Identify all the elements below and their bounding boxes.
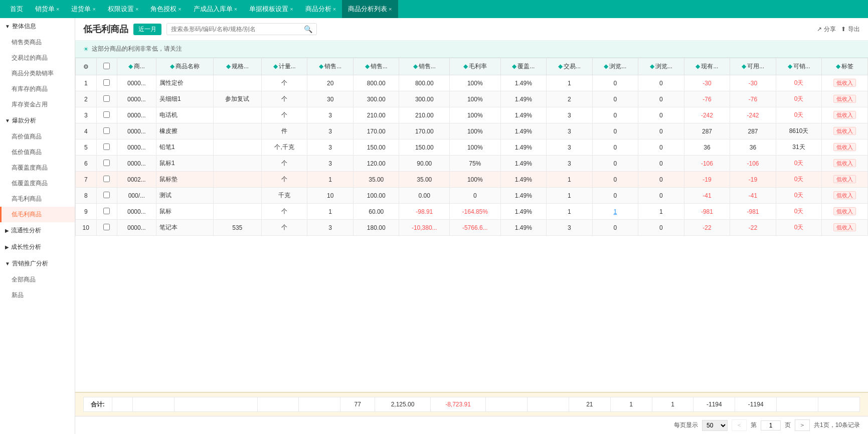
nav-item-商品分析列表[interactable]: 商品分析列表 × [342,0,398,18]
next-page-button[interactable]: ＞ [795,419,810,431]
cell-checkbox[interactable] [96,204,117,220]
row-checkbox[interactable] [103,160,110,166]
chevron-icon: ▼ [5,261,10,266]
cell-checkbox[interactable] [96,107,117,123]
search-input[interactable] [171,26,304,33]
export-button[interactable]: ⬆ 导出 [841,25,860,34]
col-header-transaction[interactable]: ◆交易... [547,58,593,75]
cell-sales_qty: 3 [307,123,354,139]
sort-arrow: ◆ [836,63,840,70]
sidebar-section-营销推广分析[interactable]: ▼营销推广分析 [0,255,75,272]
col-header-sales_price[interactable]: ◆销售... [353,58,399,75]
nav-close-icon[interactable]: × [290,6,293,12]
search-icon[interactable]: 🔍 [304,25,312,33]
nav-item-产成品入库单[interactable]: 产成品入库单 × [188,0,243,18]
sidebar-section-流通性分析[interactable]: ▶流通性分析 [0,222,75,239]
sidebar-item-全部商品[interactable]: 全部商品 [0,272,75,287]
nav-close-icon[interactable]: × [389,6,392,12]
row-checkbox[interactable] [103,127,110,134]
nav-close-icon[interactable]: × [92,6,95,12]
sidebar-item-高毛利商品[interactable]: 高毛利商品 [0,191,75,207]
sidebar-item-有库存的商品[interactable]: 有库存的商品 [0,81,75,97]
footer-empty-name [174,397,257,412]
nav-item-进货单[interactable]: 进货单 × [65,0,101,18]
col-header-tag[interactable]: ◆标签 [822,58,868,75]
nav-close-icon[interactable]: × [56,6,59,12]
cell-coverage: 1.49% [500,91,547,107]
sidebar-item-高价值商品[interactable]: 高价值商品 [0,129,75,144]
cell-checkbox[interactable] [96,139,117,156]
sidebar-section-成长性分析[interactable]: ▶成长性分析 [0,239,75,255]
select-all-checkbox[interactable] [103,63,110,69]
col-header-browse1[interactable]: ◆浏览... [592,58,638,75]
sidebar: ▼整体信息销售类商品交易过的商品商品分类助销率有库存的商品库存资金占用▼爆款分析… [0,18,75,434]
row-checkbox[interactable] [103,192,110,198]
nav-close-icon[interactable]: × [234,6,237,12]
footer-browse2: 1 [652,397,693,412]
tag-badge: 低收入 [833,191,856,199]
sidebar-section-爆款分析[interactable]: ▼爆款分析 [0,112,75,129]
nav-item-权限设置[interactable]: 权限设置 × [102,0,144,18]
row-checkbox[interactable] [103,111,110,118]
sidebar-item-低覆盖度商品[interactable]: 低覆盖度商品 [0,176,75,191]
sidebar-item-销售类商品[interactable]: 销售类商品 [0,35,75,50]
sidebar-item-低价值商品[interactable]: 低价值商品 [0,144,75,160]
sidebar-item-新品[interactable]: 新品 [0,287,75,303]
date-filter-button[interactable]: 近一月 [133,24,161,35]
cell-checkbox[interactable] [96,123,117,139]
footer-empty-unit [299,397,340,412]
sidebar-section-整体信息[interactable]: ▼整体信息 [0,18,75,35]
col-header-code[interactable]: ◆商... [117,58,156,75]
cell-checkbox[interactable] [96,75,117,91]
tag-badge: 低收入 [833,175,856,183]
cell-checkbox[interactable] [96,91,117,107]
nav-item-角色授权[interactable]: 角色授权 × [144,0,187,18]
col-header-sales_amount[interactable]: ◆销售... [399,58,450,75]
row-checkbox[interactable] [103,208,110,214]
cell-checkbox[interactable] [96,188,117,204]
col-header-coverage[interactable]: ◆覆盖... [500,58,547,75]
nav-close-icon[interactable]: × [178,6,181,12]
page-label: 第 [751,421,757,429]
sidebar-item-交易过的商品[interactable]: 交易过的商品 [0,50,75,66]
col-header-checkbox[interactable] [96,58,117,75]
col-header-name[interactable]: ◆商品名称 [156,58,214,75]
nav-item-商品分析[interactable]: 商品分析 × [299,0,342,18]
sidebar-item-低毛利商品[interactable]: 低毛利商品 [0,207,75,222]
cell-checkbox[interactable] [96,220,117,236]
sidebar-item-库存资金占用[interactable]: 库存资金占用 [0,97,75,112]
col-header-setting[interactable]: ⚙ [76,58,97,75]
sidebar-item-高覆盖度商品[interactable]: 高覆盖度商品 [0,160,75,176]
col-header-saleable[interactable]: ◆可销... [776,58,822,75]
col-header-browse2[interactable]: ◆浏览... [638,58,684,75]
col-header-spec[interactable]: ◆规格... [213,58,261,75]
prev-page-button[interactable]: ＜ [732,419,747,431]
share-button[interactable]: ↗ 分享 [817,25,836,34]
settings-icon[interactable]: ⚙ [83,63,89,70]
col-header-available[interactable]: ◆可用... [730,58,776,75]
cell-checkbox[interactable] [96,156,117,172]
cell-transaction: 1 [547,188,593,204]
col-header-sales_qty[interactable]: ◆销售... [307,58,354,75]
cell-checkbox[interactable] [96,172,117,188]
row-checkbox[interactable] [103,224,110,230]
row-checkbox[interactable] [103,79,110,86]
nav-item-首页[interactable]: 首页 [4,0,29,18]
col-header-unit[interactable]: ◆计量... [261,58,307,75]
nav-item-销货单[interactable]: 销货单 × [29,0,65,18]
row-checkbox[interactable] [103,95,110,102]
cell-no: 9 [76,204,97,220]
page-input[interactable] [761,420,781,430]
row-checkbox[interactable] [103,176,110,182]
nav-close-icon[interactable]: × [333,6,336,12]
col-header-current[interactable]: ◆现有... [684,58,730,75]
col-header-gross_margin[interactable]: ◆毛利率 [450,58,501,75]
browse-link[interactable]: 1 [614,208,617,215]
cell-no: 5 [76,139,97,156]
sidebar-item-商品分类助销率[interactable]: 商品分类助销率 [0,66,75,81]
nav-item-单据模板设置[interactable]: 单据模板设置 × [243,0,299,18]
row-checkbox[interactable] [103,143,110,150]
nav-close-icon[interactable]: × [135,6,138,12]
cell-coverage: 1.49% [500,204,547,220]
per-page-select[interactable]: 50 20 100 [702,420,728,431]
